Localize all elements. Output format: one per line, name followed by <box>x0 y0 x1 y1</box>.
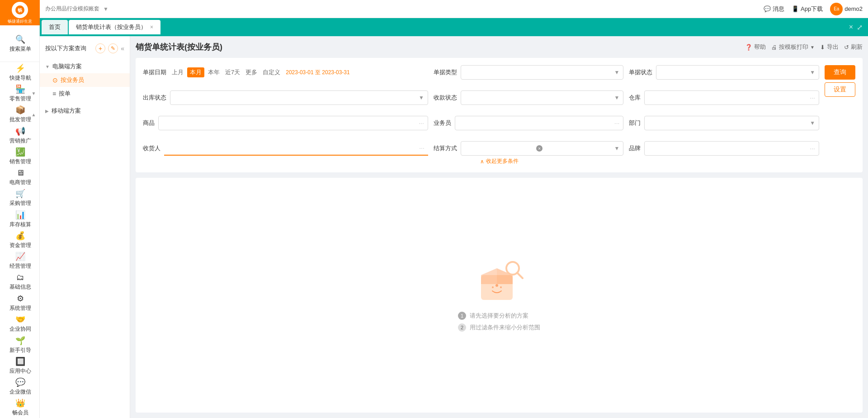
add-scheme-btn[interactable]: + <box>95 43 105 53</box>
tab-window-controls: × ⤢ <box>849 23 868 32</box>
sidebar-item-retail[interactable]: 🏪 零售管理 ▼ <box>0 83 39 104</box>
filter-tree: ▼ 电脑端方案 ⊙ 按业务员 ≡ 按单 <box>40 57 130 120</box>
consignee-input[interactable]: ··· <box>164 141 428 156</box>
tab-sales-stat-label: 销货单统计表（按业务员） <box>76 23 146 31</box>
out-status-input[interactable]: ▼ <box>170 90 428 105</box>
settings-button[interactable]: 设置 <box>825 82 855 97</box>
filter-group-desktop-header[interactable]: ▼ 电脑端方案 <box>40 61 130 72</box>
sidebar-item-purchase[interactable]: 🛒 采购管理 <box>0 188 39 209</box>
tab-home[interactable]: 首页 <box>42 20 68 34</box>
main-content: 销货单统计表(按业务员) ❓ 帮助 🖨 按模板打印 ▼ ⬇ <box>130 36 868 418</box>
page-actions: ❓ 帮助 🖨 按模板打印 ▼ ⬇ 导出 ↺ <box>745 43 863 51</box>
quicknav-label: 快捷导航 <box>9 74 31 82</box>
bill-status-chevron-icon: ▼ <box>810 69 815 76</box>
message-label: 消息 <box>773 5 784 13</box>
collapse-filter-btn[interactable]: « <box>121 45 124 52</box>
collapse-btn[interactable]: ∧ 收起更多条件 <box>143 156 855 165</box>
out-status-label: 出库状态 <box>143 94 166 102</box>
edit-scheme-btn[interactable]: ✎ <box>108 43 118 53</box>
close-window-icon[interactable]: × <box>849 23 853 31</box>
date-option-custom[interactable]: 自定义 <box>261 67 282 77</box>
sidebar-item-apps[interactable]: 🔲 应用中心 <box>0 355 39 376</box>
sidebar-item-newbie[interactable]: 🌱 新手引导 <box>0 334 39 355</box>
sidebar-item-ecommerce[interactable]: 🖥 电商管理 <box>0 166 39 187</box>
sidebar-logo[interactable]: 畅 畅捷通好生意 <box>0 0 40 25</box>
refresh-btn[interactable]: ↺ 刷新 <box>844 43 863 51</box>
filter-item-byorder[interactable]: ≡ 按单 <box>40 87 130 100</box>
sidebar-item-base[interactable]: 🗂 基础信息 <box>0 271 39 292</box>
sidebar-item-vip[interactable]: 👑 畅会员 <box>0 397 39 418</box>
payment-input[interactable]: × ▼ <box>461 141 624 156</box>
dept-chevron-icon: ▼ <box>810 120 815 126</box>
retail-label: 零售管理 <box>9 95 31 103</box>
form-field-staff: 业务员 ··· <box>434 116 624 130</box>
finance-label: 资金管理 <box>9 242 31 249</box>
payment-label: 结算方式 <box>434 144 457 152</box>
vip-label: 畅会员 <box>12 409 28 417</box>
recv-status-input[interactable]: ▼ <box>461 90 624 105</box>
sidebar-item-quicknav[interactable]: ⚡ 快捷导航 <box>0 62 39 83</box>
message-btn[interactable]: 💬 消息 <box>764 5 784 13</box>
sidebar-item-sales[interactable]: 💹 销售管理 <box>0 146 39 166</box>
out-status-chevron-icon: ▼ <box>419 95 424 101</box>
form-field-consignee: 收货人 ··· <box>143 141 428 156</box>
date-option-more[interactable]: 更多 <box>244 67 259 77</box>
sidebar-item-wechat[interactable]: 💬 企业微信 <box>0 376 39 397</box>
help-label: 帮助 <box>754 43 766 51</box>
tab-home-label: 首页 <box>49 23 61 31</box>
sidebar-item-finance[interactable]: 💰 资金管理 <box>0 229 39 250</box>
sidebar-item-corp[interactable]: 🤝 企业协同 <box>0 314 39 334</box>
staff-dots-icon: ··· <box>614 119 620 127</box>
goods-input[interactable]: ··· <box>158 116 428 130</box>
expand-window-icon[interactable]: ⤢ <box>857 23 863 32</box>
tip-num-2: 2 <box>458 323 466 332</box>
date-option-thismonth[interactable]: 本月 <box>187 67 204 77</box>
payment-chevron-icon: ▼ <box>614 145 620 152</box>
tab-close-icon[interactable]: × <box>150 24 153 30</box>
export-btn[interactable]: ⬇ 导出 <box>820 43 839 51</box>
user-profile-btn[interactable]: Ea demo2 <box>830 3 863 15</box>
wechat-icon: 💬 <box>15 377 25 387</box>
sidebar-item-system[interactable]: ⚙ 系统管理 <box>0 292 39 313</box>
empty-icon <box>472 259 526 304</box>
wholesale-icon: 📦 <box>15 105 25 115</box>
date-option-lastmonth[interactable]: 上月 <box>170 67 185 77</box>
app-download-btn[interactable]: 📱 App下载 <box>792 5 823 13</box>
bill-status-input[interactable]: ▼ <box>656 65 819 80</box>
sidebar-search-section: 🔍 搜索菜单 <box>0 25 39 62</box>
form-field-recv-status: 收款状态 ▼ <box>434 90 624 105</box>
finance-icon: 💰 <box>15 231 25 241</box>
payment-clear-icon[interactable]: × <box>536 145 542 152</box>
consignee-label: 收货人 <box>143 144 160 152</box>
date-option-thisyear[interactable]: 本年 <box>206 67 222 77</box>
staff-label: 业务员 <box>434 119 451 127</box>
brand-input[interactable]: ··· <box>644 141 819 156</box>
filter-item-bystaff[interactable]: ⊙ 按业务员 <box>40 73 130 87</box>
tab-sales-stat[interactable]: 销货单统计表（按业务员） × <box>69 20 160 34</box>
sidebar-item-wholesale[interactable]: 📦 批发管理 ▲ <box>0 104 39 125</box>
warehouse-input[interactable]: ··· <box>644 90 819 105</box>
top-nav: 办公用品行业模拟账套 ▼ 💬 消息 📱 App下载 Ea demo2 <box>40 0 868 18</box>
query-button[interactable]: 查询 <box>825 65 855 80</box>
template-print-btn[interactable]: 🖨 按模板打印 ▼ <box>771 43 815 51</box>
wholesale-label: 批发管理 <box>9 116 31 124</box>
sidebar-item-marketing[interactable]: 📢 营销推广 <box>0 125 39 146</box>
sidebar-item-search[interactable]: 🔍 搜索菜单 <box>0 31 40 56</box>
dept-input[interactable]: ▼ <box>644 116 819 130</box>
empty-tips: 1 请先选择要分析的方案 2 用过滤条件来缩小分析范围 <box>458 312 540 332</box>
help-btn[interactable]: ❓ 帮助 <box>745 43 766 51</box>
filter-sidebar-title: 按以下方案查询 <box>45 44 86 52</box>
filter-group-desktop-label: 电脑端方案 <box>52 62 82 71</box>
sidebar-item-inventory[interactable]: 📊 库存核算 <box>0 209 39 229</box>
form-field-dept: 部门 ▼ <box>629 116 819 130</box>
filter-group-mobile-header[interactable]: ▶ 移动端方案 <box>40 105 130 117</box>
quicknav-icon: ⚡ <box>15 63 25 73</box>
sales-label: 销售管理 <box>9 158 31 166</box>
date-option-7days[interactable]: 近7天 <box>223 67 242 77</box>
svg-point-8 <box>492 286 494 288</box>
staff-input[interactable]: ··· <box>455 116 624 130</box>
dept-label: 部门 <box>629 119 641 127</box>
sidebar-item-operation[interactable]: 📈 经营管理 <box>0 251 39 271</box>
bill-type-label: 单据类型 <box>434 68 457 76</box>
bill-type-input[interactable]: ▼ <box>461 65 624 80</box>
